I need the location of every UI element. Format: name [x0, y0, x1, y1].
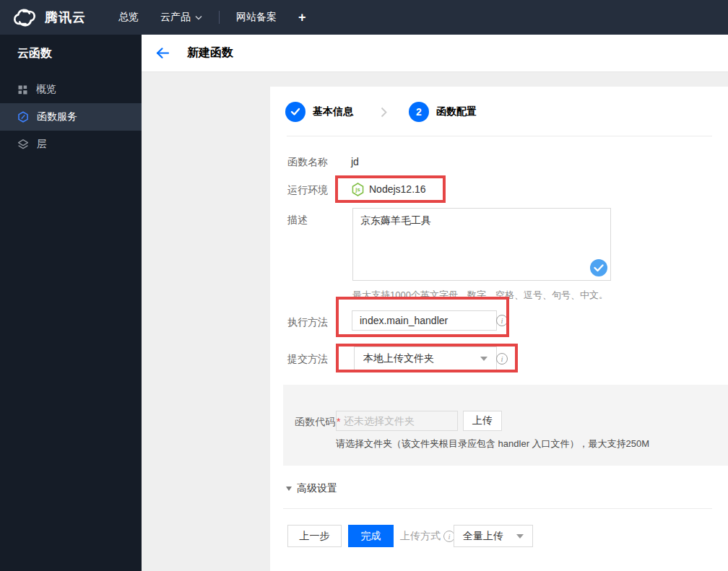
nav-item-cloud-products[interactable]: 云产品: [150, 0, 213, 35]
nodejs-icon: js: [352, 183, 364, 196]
step-indicator: 基本信息 2 函数配置: [285, 102, 477, 122]
sidebar-item-label: 概览: [36, 83, 56, 96]
divider: [287, 136, 712, 136]
nav-item-overview[interactable]: 总览: [108, 0, 150, 35]
nav-divider: [219, 11, 220, 24]
handler-input[interactable]: [352, 310, 497, 331]
nav-add-tab-button[interactable]: +: [287, 0, 317, 35]
cloud-logo-icon: [11, 8, 38, 27]
submit-method-value: 本地上传文件夹: [363, 352, 434, 365]
function-name-label: 函数名称: [287, 156, 328, 169]
page-header: 新建函数: [142, 35, 728, 72]
step1-label: 基本信息: [313, 105, 353, 118]
folder-path-input[interactable]: [336, 411, 458, 431]
back-button[interactable]: [154, 45, 171, 62]
page-title: 新建函数: [187, 45, 233, 61]
step1-check-circle: [285, 102, 306, 122]
sidebar-item-label: 层: [37, 138, 47, 151]
function-code-section: 函数代码* 上传 请选择文件夹（该文件夹根目录应包含 handler 入口文件）…: [283, 385, 728, 466]
grid-icon: [17, 84, 28, 95]
tencent-cloud-logo[interactable]: 腾讯云: [11, 8, 86, 27]
submit-method-info-icon[interactable]: [496, 353, 508, 365]
upload-mode: 上传方式: [400, 530, 455, 543]
triangle-down-icon: [286, 487, 292, 491]
upload-mode-value: 全量上传: [463, 530, 503, 543]
sidebar-item-label: 函数服务: [37, 110, 77, 123]
caret-down-icon: [480, 357, 488, 361]
description-textarea[interactable]: 京东薅羊毛工具: [352, 208, 611, 281]
function-code-hint: 请选择文件夹（该文件夹根目录应包含 handler 入口文件），最大支持250M: [336, 437, 649, 450]
runtime-value-text: Nodejs12.16: [369, 183, 426, 195]
submit-method-label: 提交方法: [287, 353, 328, 366]
create-function-card: 基本信息 2 函数配置 函数名称 jd 运行环境 js Nodejs12.16: [270, 87, 728, 571]
previous-step-button[interactable]: 上一步: [287, 525, 342, 547]
sidebar-item-layers[interactable]: 层: [0, 131, 142, 158]
step2-label: 函数配置: [436, 105, 477, 118]
finish-button[interactable]: 完成: [348, 525, 394, 547]
caret-down-icon: [516, 534, 524, 539]
arrow-left-icon: [155, 47, 170, 59]
advanced-settings-label: 高级设置: [297, 482, 337, 495]
upload-mode-select[interactable]: 全量上传: [454, 525, 533, 547]
top-nav-menu: 总览 云产品 网站备案 +: [108, 0, 317, 35]
nodejs-icon-text: js: [355, 186, 360, 193]
description-label: 描述: [287, 214, 308, 227]
validation-check-icon: [590, 259, 607, 279]
step-function-config[interactable]: 2 函数配置: [409, 102, 477, 122]
handler-label: 执行方法: [287, 316, 328, 329]
step2-number-circle: 2: [409, 102, 429, 122]
nav-item-website-beian[interactable]: 网站备案: [225, 0, 287, 35]
top-navigation-bar: 腾讯云 总览 云产品 网站备案 +: [0, 0, 728, 35]
upload-button[interactable]: 上传: [463, 411, 502, 431]
step-basic-info[interactable]: 基本信息: [285, 102, 353, 122]
check-icon: [290, 108, 300, 116]
runtime-label: 运行环境: [287, 184, 328, 197]
runtime-value: js Nodejs12.16: [352, 180, 429, 198]
submit-method-select[interactable]: 本地上传文件夹: [354, 346, 497, 370]
chevron-down-icon: [195, 15, 202, 20]
description-hint: 最大支持1000个英文字母、数字、空格、逗号、句号、中文。: [352, 289, 608, 302]
handler-info-icon[interactable]: [496, 315, 508, 326]
sidebar-item-function-service[interactable]: 函数服务: [0, 103, 142, 131]
function-name-value: jd: [351, 156, 359, 167]
upload-mode-label: 上传方式: [400, 530, 441, 543]
step-chevron: [381, 107, 387, 118]
logo-text: 腾讯云: [45, 9, 86, 26]
layers-icon: [17, 139, 29, 150]
divider: [283, 508, 712, 509]
function-hexagon-icon: [17, 111, 29, 123]
sidebar-item-overview[interactable]: 概览: [0, 76, 142, 103]
advanced-settings-toggle[interactable]: 高级设置: [286, 482, 337, 495]
sidebar: 云函数 概览 函数服务 层: [0, 35, 142, 571]
chevron-right-icon: [381, 107, 387, 118]
function-code-label: 函数代码*: [295, 416, 340, 429]
tencent-cloud-console: 腾讯云 总览 云产品 网站备案 + 云函数: [0, 0, 728, 571]
sidebar-product-title: 云函数: [0, 35, 142, 76]
